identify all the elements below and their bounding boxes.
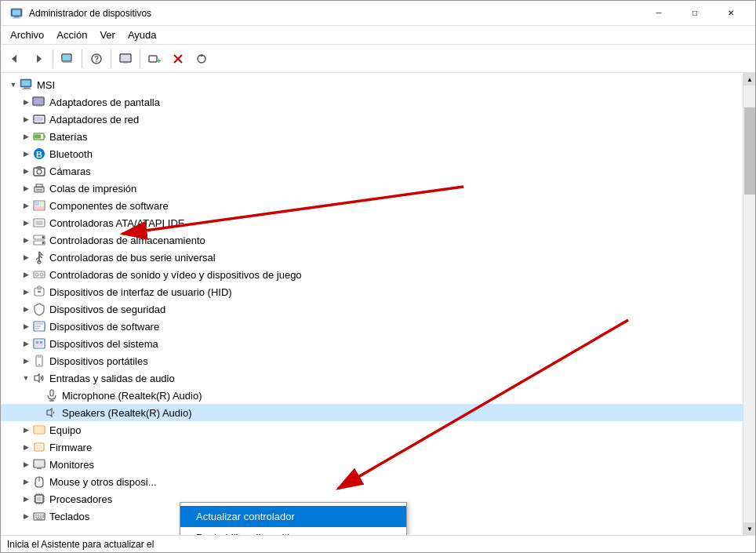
tree-item-adaptadores-pantalla[interactable]: ▶ Adaptadores de pantalla <box>1 93 743 111</box>
tree-item-dispositivos-seguridad[interactable]: ▶ Dispositivos de seguridad <box>1 300 743 318</box>
expand-monitores[interactable]: ▶ <box>20 458 32 471</box>
software-device-icon <box>32 319 46 333</box>
toolbar-refresh-button[interactable] <box>191 48 213 70</box>
expand-dispositivos-portatiles[interactable]: ▶ <box>20 355 32 367</box>
tree-item-dispositivos-portatiles[interactable]: ▶ Dispositivos portátiles <box>1 352 743 369</box>
tree-item-msi[interactable]: ▼ MSI <box>1 76 743 93</box>
svg-rect-84 <box>37 468 42 470</box>
menu-ver[interactable]: Ver <box>93 27 122 42</box>
expand-adaptadores-red[interactable]: ▶ <box>20 113 32 126</box>
usb-icon <box>32 250 46 264</box>
svg-rect-66 <box>35 326 41 327</box>
menu-ayuda[interactable]: Ayuda <box>122 27 163 42</box>
portable-devices-icon <box>32 354 46 368</box>
tree-item-bluetooth[interactable]: ▶ B Bluetooth <box>1 145 743 162</box>
tree-item-controladoras-bus[interactable]: ▶ Controladoras de bus serie universal <box>1 249 743 266</box>
svg-marker-5 <box>37 55 42 63</box>
scroll-up-button[interactable]: ▲ <box>743 73 755 85</box>
security-icon <box>32 302 46 316</box>
expand-dispositivos-hid[interactable]: ▶ <box>20 286 32 298</box>
toolbar-computer-button[interactable] <box>56 48 78 70</box>
toolbar-forward-button[interactable] <box>27 48 49 70</box>
io-audio-icon <box>32 371 46 385</box>
toolbar-back-button[interactable] <box>4 48 26 70</box>
ata-icon <box>32 216 46 230</box>
title-bar-controls: ─ □ ✕ <box>641 1 749 26</box>
menu-archivo[interactable]: Archivo <box>4 27 50 42</box>
vertical-scrollbar[interactable]: ▲ ▼ <box>743 73 755 535</box>
expand-dispositivos-seguridad[interactable]: ▶ <box>20 303 32 315</box>
computer-icon <box>20 78 34 92</box>
expand-controladoras-bus[interactable]: ▶ <box>20 251 32 264</box>
tree-item-controladoras-almacenamiento[interactable]: ▶ Controladoras de almacenamiento <box>1 231 743 249</box>
expand-controladoras-sonido[interactable]: ▶ <box>20 268 32 281</box>
tree-item-equipo[interactable]: ▶ Equipo <box>1 421 743 438</box>
tree-item-dispositivos-software[interactable]: ▶ Dispositivos de software <box>1 318 743 335</box>
svg-point-59 <box>35 273 38 276</box>
ctx-deshabilitar-dispositivo[interactable]: Deshabilitar dispositivo <box>180 527 406 535</box>
menu-accion[interactable]: Acción <box>50 27 93 42</box>
svg-rect-44 <box>36 191 42 192</box>
expand-entradas-salidas[interactable]: ▼ <box>20 372 32 384</box>
device-tree[interactable]: ▼ MSI ▶ <box>1 73 743 535</box>
expand-teclados[interactable]: ▶ <box>20 510 32 522</box>
expand-equipo[interactable]: ▶ <box>20 424 32 436</box>
tree-item-controladoras-sonido[interactable]: ▶ Controladoras de sonido y vídeo y disp… <box>1 266 743 283</box>
expand-adaptadores-pantalla[interactable]: ▶ <box>20 96 32 108</box>
expand-msi[interactable]: ▼ <box>7 78 20 91</box>
tree-item-entradas-salidas[interactable]: ▼ Entradas y salidas de audio <box>1 369 743 387</box>
tree-item-baterias[interactable]: ▶ Baterías <box>1 128 743 145</box>
svg-rect-109 <box>36 518 42 520</box>
expand-dispositivos-software[interactable]: ▶ <box>20 320 32 333</box>
tree-item-colas-impresion[interactable]: ▶ Colas de impresión <box>1 180 743 197</box>
tree-item-monitores[interactable]: ▶ Monitores <box>1 456 743 473</box>
window-title: Administrador de dispositivos <box>29 8 151 19</box>
ctx-actualizar-controlador[interactable]: Actualizar controlador <box>180 506 406 527</box>
svg-rect-87 <box>37 497 42 501</box>
expand-camaras[interactable]: ▶ <box>20 165 32 177</box>
expand-baterias[interactable]: ▶ <box>20 130 32 143</box>
expand-controladoras-almacenamiento[interactable]: ▶ <box>20 234 32 246</box>
expand-microphone <box>32 389 45 402</box>
expand-mouse[interactable]: ▶ <box>20 475 32 488</box>
expand-dispositivos-sistema[interactable]: ▶ <box>20 337 32 350</box>
expand-bluetooth[interactable]: ▶ <box>20 147 32 160</box>
content-area: ▼ MSI ▶ <box>1 73 755 535</box>
tree-item-dispositivos-sistema[interactable]: ▶ Dispositivos del sistema <box>1 335 743 352</box>
svg-rect-81 <box>36 445 42 449</box>
tree-item-firmware[interactable]: ▶ Firmware <box>1 438 743 456</box>
speaker-icon <box>45 406 59 420</box>
toolbar-help-button[interactable]: ? <box>85 48 107 70</box>
scroll-down-button[interactable]: ▼ <box>743 522 755 535</box>
bluetooth-icon: B <box>32 147 46 161</box>
tree-item-componentes-software[interactable]: ▶ Componentes de software <box>1 197 743 214</box>
svg-rect-26 <box>34 98 43 104</box>
tree-item-controladoras-ata[interactable]: ▶ Controladoras ATA/ATAPI IDE <box>1 214 743 231</box>
svg-point-39 <box>37 169 42 174</box>
tree-item-adaptadores-red[interactable]: ▶ Adaptadores de red <box>1 111 743 128</box>
close-button[interactable]: ✕ <box>713 1 749 26</box>
expand-controladoras-ata[interactable]: ▶ <box>20 216 32 229</box>
toolbar-remove-button[interactable] <box>167 48 189 70</box>
tree-item-dispositivos-hid[interactable]: ▶ Dispositivos de interfaz de usuario (H… <box>1 283 743 300</box>
expand-firmware[interactable]: ▶ <box>20 441 32 453</box>
scroll-thumb[interactable] <box>744 107 755 195</box>
svg-rect-67 <box>35 328 39 329</box>
maximize-button[interactable]: □ <box>677 1 713 26</box>
expand-colas-impresion[interactable]: ▶ <box>20 182 32 195</box>
tree-label-microphone: Microphone (Realtek(R) Audio) <box>62 390 202 402</box>
tree-item-mouse[interactable]: ▶ Mouse y otros disposi... <box>1 473 743 490</box>
toolbar-separator-1 <box>53 49 53 68</box>
svg-rect-27 <box>36 106 42 107</box>
toolbar-display-button[interactable] <box>114 48 136 70</box>
minimize-button[interactable]: ─ <box>641 1 677 26</box>
tree-item-camaras[interactable]: ▶ Cámaras <box>1 162 743 180</box>
tree-item-speakers[interactable]: Speakers (Realtek(R) Audio) <box>1 404 743 421</box>
expand-procesadores[interactable]: ▶ <box>20 493 32 505</box>
toolbar-add-button[interactable]: + <box>144 48 165 70</box>
svg-rect-108 <box>42 517 44 518</box>
tree-item-microphone[interactable]: Microphone (Realtek(R) Audio) <box>1 387 743 404</box>
expand-componentes-software[interactable]: ▶ <box>20 199 32 212</box>
monitor-icon <box>32 457 46 471</box>
tree-label-speakers: Speakers (Realtek(R) Audio) <box>62 407 191 419</box>
